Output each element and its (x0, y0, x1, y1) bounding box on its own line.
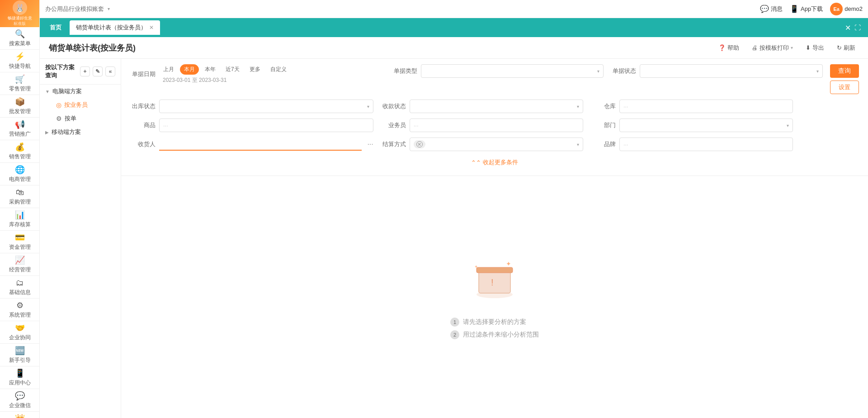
consignee-ellipsis[interactable]: ··· (367, 140, 373, 148)
window-maximize-icon[interactable]: ⛶ (854, 24, 861, 31)
warehouse-select[interactable]: ··· (619, 100, 793, 113)
payment-close-icon[interactable]: ✕ (416, 141, 423, 147)
date-btn-this-month[interactable]: 本月 (180, 64, 199, 75)
tab-home[interactable]: 首页 (43, 20, 68, 35)
user-avatar: Ea (830, 3, 843, 15)
goods-select[interactable]: ··· (159, 119, 373, 132)
tab-report-close[interactable]: ✕ (149, 24, 154, 31)
bill-type-select[interactable]: ▾ (421, 64, 604, 78)
date-btn-custom[interactable]: 自定义 (266, 64, 291, 75)
sales-icon: 💰 (15, 142, 25, 152)
app-download-icon: 📱 (790, 5, 799, 13)
tree-folder-pc[interactable]: ▼ 电脑端方案 (40, 85, 121, 98)
wechat-icon: 💬 (15, 391, 25, 401)
sidebar-item-system[interactable]: ⚙ 系统管理 (0, 299, 40, 321)
svg-text:✦: ✦ (474, 264, 478, 269)
app-arrow-icon[interactable]: ▾ (108, 6, 110, 11)
sidebar-item-wholesale[interactable]: 📦 批发管理 (0, 95, 40, 118)
sidebar-item-newcomer[interactable]: 🆕 新手引导 (0, 344, 40, 366)
payment-select[interactable]: ✕ ▾ (410, 138, 583, 151)
empty-tip-2: 2 用过滤条件来缩小分析范围 (450, 330, 539, 339)
receipt-status-arrow-icon: ▾ (577, 104, 579, 109)
main-right: 单据日期 上月 本月 本年 近7天 更多 自定义 20 (121, 59, 868, 418)
tip-num-2: 2 (450, 330, 459, 339)
left-panel-header: 按以下方案查询 + ✎ « (40, 59, 121, 85)
receipt-status-select[interactable]: ▾ (410, 100, 583, 113)
sidebar-item-retail[interactable]: 🛒 零售管理 (0, 72, 40, 95)
current-app-name[interactable]: 办公用品行业模拟账套 (45, 5, 104, 13)
sidebar-item-ecommerce[interactable]: 🌐 电商管理 (0, 163, 40, 185)
receipt-status-label: 收款状态 (381, 102, 406, 110)
svg-rect-2 (476, 267, 513, 273)
date-btn-this-year[interactable]: 本年 (201, 64, 220, 75)
brand-select[interactable]: ··· (619, 138, 793, 151)
basic-label: 基础信息 (9, 289, 31, 296)
tip-2-text: 用过滤条件来缩小分析范围 (463, 331, 539, 339)
payment-label: 结算方式 (381, 140, 406, 148)
app-logo: 🐰 畅捷通好生意 标准版 (0, 0, 40, 27)
out-status-select[interactable]: ▾ (159, 100, 373, 113)
collapse-btn[interactable]: ⌃⌃ 收起更多条件 (130, 155, 859, 170)
sidebar-item-search[interactable]: 🔍 搜索菜单 (0, 27, 40, 50)
date-btn-more[interactable]: 更多 (245, 64, 264, 75)
tab-report[interactable]: 销货单统计表（按业务员） ✕ (70, 20, 160, 35)
tree-item-by-salesman[interactable]: ◎ 按业务员 (51, 98, 121, 112)
export-btn[interactable]: ⬇ 导出 (802, 42, 828, 54)
app-download-btn[interactable]: 📱 App下载 (790, 5, 823, 13)
message-icon: 💬 (760, 5, 769, 13)
refresh-btn[interactable]: ↻ 刷新 (833, 42, 859, 54)
member-icon: 👑 (15, 413, 25, 418)
sidebar-item-purchase[interactable]: 🛍 采购管理 (0, 185, 40, 208)
bill-status-label: 单据状态 (611, 67, 636, 75)
sidebar-item-finance[interactable]: 💳 资金管理 (0, 231, 40, 253)
sidebar-item-sales[interactable]: 💰 销售管理 (0, 140, 40, 163)
edit-scheme-btn[interactable]: ✎ (93, 66, 103, 76)
payment-arrow-icon: ▾ (577, 142, 579, 147)
user-menu[interactable]: Ea demo2 (830, 3, 863, 15)
sidebar-item-inventory[interactable]: 📊 库存核算 (0, 208, 40, 231)
sidebar-item-marketing[interactable]: 📢 营销推广 (0, 118, 40, 140)
tree-folder-mobile[interactable]: ▶ 移动端方案 (40, 125, 121, 139)
app-switcher[interactable]: 办公用品行业模拟账套 ▾ (45, 5, 110, 13)
dept-select[interactable]: ▾ (619, 119, 793, 132)
message-label: 消息 (771, 5, 783, 13)
add-icon: + (83, 68, 86, 75)
print-icon: 🖨 (752, 44, 758, 51)
export-label: 导出 (812, 44, 824, 52)
settings-button[interactable]: 设置 (830, 81, 859, 94)
edit-icon: ✎ (95, 68, 100, 75)
print-label: 按模板打印 (760, 44, 789, 52)
sidebar-item-member[interactable]: 👑 畅会员 (0, 412, 40, 418)
sidebar-item-apps[interactable]: 📱 应用中心 (0, 366, 40, 389)
newcomer-label: 新手引导 (9, 356, 31, 364)
date-btn-7days[interactable]: 近7天 (222, 64, 244, 75)
sidebar-item-wechat[interactable]: 💬 企业微信 (0, 389, 40, 412)
salesman-select[interactable]: ··· (410, 119, 583, 132)
sidebar-item-quick-nav[interactable]: ⚡ 快捷导航 (0, 50, 40, 72)
goods-value: ··· (163, 122, 168, 129)
system-icon: ⚙ (16, 300, 24, 310)
tip-num-1: 1 (450, 318, 459, 327)
action-buttons: 查询 设置 (830, 64, 859, 94)
tree-expand-icon: ▼ (45, 89, 50, 94)
date-label: 单据日期 (130, 70, 156, 78)
query-button[interactable]: 查询 (830, 64, 859, 78)
wechat-label: 企业微信 (9, 402, 31, 409)
sidebar-item-operation[interactable]: 📈 经营管理 (0, 253, 40, 276)
message-btn[interactable]: 💬 消息 (760, 5, 783, 13)
collapse-panel-btn[interactable]: « (105, 66, 115, 76)
enterprise-label: 企业协同 (9, 334, 31, 342)
add-scheme-btn[interactable]: + (80, 66, 90, 76)
bill-status-select[interactable]: ▾ (640, 64, 823, 78)
consignee-input[interactable] (159, 138, 362, 151)
dept-label: 部门 (590, 121, 616, 129)
sidebar-item-enterprise[interactable]: 🤝 企业协同 (0, 321, 40, 344)
top-nav: 办公用品行业模拟账套 ▾ 💬 消息 📱 App下载 Ea demo2 (40, 0, 868, 18)
date-btn-last-month[interactable]: 上月 (159, 64, 178, 75)
tree-item-by-order[interactable]: ⚙ 按单 (51, 112, 121, 125)
sidebar-item-basic[interactable]: 🗂 基础信息 (0, 276, 40, 299)
print-btn[interactable]: 🖨 按模板打印 ▾ (748, 42, 797, 54)
window-close-icon[interactable]: ✕ (845, 24, 851, 32)
operation-icon: 📈 (15, 255, 25, 265)
help-btn[interactable]: ❓ 帮助 (715, 42, 743, 54)
